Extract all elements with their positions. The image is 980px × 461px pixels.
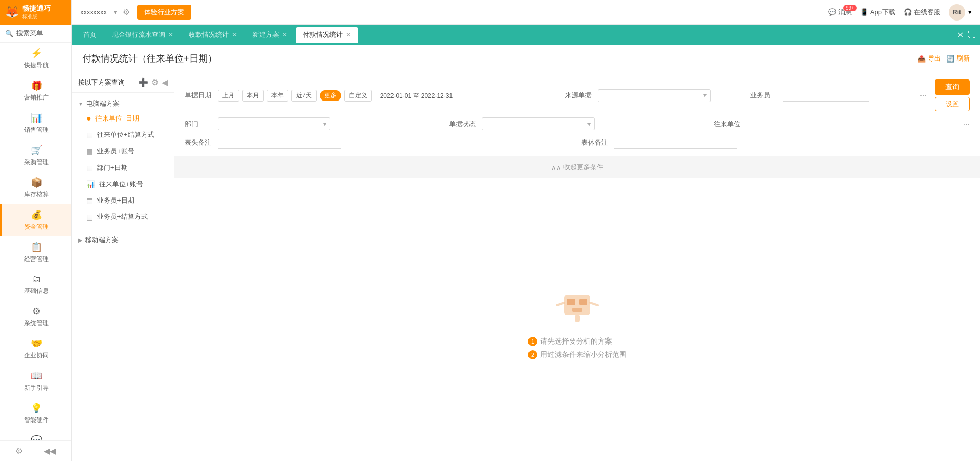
tab-payment-stats[interactable]: 付款情况统计 ✕ <box>296 27 358 43</box>
sidebar-item-marketing[interactable]: 🎁 营销推广 <box>0 75 71 107</box>
system-icon: ⚙ <box>32 306 41 317</box>
sidebar-item-system[interactable]: ⚙ 系统管理 <box>0 300 71 333</box>
topbar-online-service[interactable]: 🎧 在线客服 <box>904 8 940 17</box>
tab-bank-flow[interactable]: 现金银行流水查询 ✕ <box>105 27 181 43</box>
counterpart-input[interactable] <box>747 118 900 130</box>
tab-bank-flow-close[interactable]: ✕ <box>168 31 173 38</box>
sidebar-item-hardware[interactable]: 💡 智能硬件 <box>0 397 71 430</box>
sidebar-item-label: 销售管理 <box>24 126 49 134</box>
scheme-item-unit-settlement[interactable]: ▦ 往来单位+结算方式 <box>72 127 174 143</box>
tab-receipt-stats-close[interactable]: ✕ <box>232 31 237 38</box>
item-label: 部门+日期 <box>97 163 128 172</box>
body-remark-input[interactable] <box>614 136 737 149</box>
footer-settings-icon[interactable]: ⚙ <box>15 446 23 456</box>
date-btn-this-month[interactable]: 本月 <box>242 90 264 102</box>
filter-group-source: 来源单据 <box>565 89 741 102</box>
scheme-collapse-icon[interactable]: ◀ <box>162 77 168 87</box>
sidebar-item-basic[interactable]: 🗂 基础信息 <box>0 269 71 300</box>
counterpart-dots-icon[interactable]: ··· <box>963 119 970 129</box>
main-area: xxxxxxxx ▾ ⚙ 体验行业方案 💬 消息 99+ 📱 App下载 🎧 在… <box>72 0 980 461</box>
scheme-section-mobile-header[interactable]: ▶ 移动端方案 <box>72 233 174 247</box>
scheme-item-staff-account[interactable]: ▦ 业务员+账号 <box>72 143 174 159</box>
tab-new-scheme[interactable]: 新建方案 ✕ <box>245 27 295 43</box>
sidebar-item-finance[interactable]: 💰 资金管理 <box>0 204 71 236</box>
sales-icon: 📊 <box>31 112 42 124</box>
logo-sub: 标准版 <box>22 13 51 21</box>
sidebar-item-cooperation[interactable]: 🤝 企业协同 <box>0 333 71 365</box>
page-header: 付款情况统计（往来单位+日期） 📤 导出 🔄 刷新 <box>72 45 980 72</box>
header-remark-input[interactable] <box>218 136 341 149</box>
svg-line-5 <box>557 303 564 305</box>
tab-payment-stats-close[interactable]: ✕ <box>346 31 351 38</box>
search-label: 搜索菜单 <box>16 29 43 38</box>
scheme-add-icon[interactable]: ➕ <box>138 77 148 87</box>
scheme-panel: 按以下方案查询 ➕ ⚙ ◀ ▼ 电脑端方案 ● 往来单位+日期 ▦ <box>72 72 174 461</box>
sidebar-item-quick-nav[interactable]: ⚡ 快捷导航 <box>0 43 71 75</box>
filter-date-range-area: 2022-01-01 至 2022-12-31 <box>380 91 557 101</box>
sidebar-item-label: 快捷导航 <box>24 61 49 70</box>
filter-group-staff: 业务员 ··· <box>750 89 927 102</box>
scheme-settings-icon[interactable]: ⚙ <box>151 77 159 87</box>
tab-new-scheme-close[interactable]: ✕ <box>282 31 287 38</box>
query-btn[interactable]: 查询 <box>935 79 970 95</box>
tabs-fullscreen-icon[interactable]: ⛶ <box>968 30 976 39</box>
tabs-bar: 首页 现金银行流水查询 ✕ 收款情况统计 ✕ 新建方案 ✕ 付款情况统计 ✕ ✕… <box>72 25 980 45</box>
scheme-item-dept-date[interactable]: ▦ 部门+日期 <box>72 159 174 176</box>
topbar-message[interactable]: 💬 消息 99+ <box>828 8 852 17</box>
sidebar-item-weixin[interactable]: 💬 企业微信 <box>0 430 71 440</box>
date-btn-last-month[interactable]: 上月 <box>218 90 239 102</box>
source-select[interactable] <box>598 89 711 102</box>
item-icon: ▦ <box>86 164 93 172</box>
topbar-avatar-dropdown[interactable]: ▾ <box>968 8 972 16</box>
staff-input[interactable] <box>783 89 869 102</box>
date-btn-custom[interactable]: 自定义 <box>344 90 372 102</box>
refresh-btn[interactable]: 🔄 刷新 <box>946 54 970 63</box>
filter-actions: 查询 设置 <box>935 79 970 111</box>
section-mobile-label: 移动端方案 <box>85 235 119 245</box>
right-panel: 单据日期 上月 本月 本年 近7天 更多 自定义 2022-01-01 至 20… <box>174 72 980 461</box>
sidebar-item-label: 基础信息 <box>24 287 49 295</box>
hint-2-text: 用过滤条件来缩小分析范围 <box>540 350 626 359</box>
filter-settings-btn[interactable]: 设置 <box>935 97 970 111</box>
scheme-section-desktop-header[interactable]: ▼ 电脑端方案 <box>72 97 174 110</box>
sidebar-item-purchase[interactable]: 🛒 采购管理 <box>0 139 71 172</box>
message-badge: 99+ <box>843 5 857 11</box>
inventory-icon: 📦 <box>31 177 42 188</box>
item-icon: ▦ <box>86 213 93 221</box>
scheme-item-staff-settlement[interactable]: ▦ 业务员+结算方式 <box>72 209 174 225</box>
topbar-dropdown-icon[interactable]: ▾ <box>114 8 117 16</box>
sidebar-search[interactable]: 🔍 搜索菜单 <box>0 25 71 43</box>
scheme-item-staff-date[interactable]: ▦ 业务员+日期 <box>72 192 174 209</box>
tab-home[interactable]: 首页 <box>76 27 104 43</box>
voucher-status-select[interactable] <box>482 117 595 130</box>
message-icon: 💬 <box>828 8 836 16</box>
date-btn-this-year[interactable]: 本年 <box>267 90 288 102</box>
footer-collapse-icon[interactable]: ◀◀ <box>44 446 56 456</box>
topbar-app-download[interactable]: 📱 App下载 <box>860 8 895 17</box>
item-unit-date-icon: ● <box>86 114 91 123</box>
item-icon: ▦ <box>86 147 93 155</box>
staff-dots-icon[interactable]: ··· <box>920 91 927 100</box>
svg-rect-4 <box>575 315 580 322</box>
avatar-text: Rit <box>953 9 961 16</box>
topbar-settings-icon[interactable]: ⚙ <box>123 7 130 17</box>
tab-receipt-stats[interactable]: 收款情况统计 ✕ <box>182 27 244 43</box>
date-btn-more[interactable]: 更多 <box>320 90 341 101</box>
export-btn[interactable]: 📤 导出 <box>917 54 941 63</box>
svg-rect-3 <box>572 308 582 312</box>
sidebar-item-sales[interactable]: 📊 销售管理 <box>0 107 71 139</box>
dept-select[interactable] <box>218 117 330 130</box>
tabs-close-all-icon[interactable]: ✕ <box>957 30 964 40</box>
empty-illustration <box>552 279 603 331</box>
sidebar-item-operation[interactable]: 📋 经营管理 <box>0 236 71 269</box>
date-btn-last-7days[interactable]: 近7天 <box>291 90 317 102</box>
empty-robot-icon <box>552 279 603 331</box>
trial-btn[interactable]: 体验行业方案 <box>137 5 191 20</box>
page-header-actions: 📤 导出 🔄 刷新 <box>917 54 970 63</box>
scheme-item-unit-account[interactable]: 📊 往来单位+账号 <box>72 176 174 192</box>
sidebar-item-inventory[interactable]: 📦 库存核算 <box>0 172 71 204</box>
collapse-bar[interactable]: ∧∧ 收起更多条件 <box>547 158 607 176</box>
scheme-item-unit-date[interactable]: ● 往来单位+日期 <box>72 110 174 127</box>
filter-group-dept: 部门 <box>185 117 441 130</box>
sidebar-item-guide[interactable]: 📖 新手引导 <box>0 365 71 397</box>
